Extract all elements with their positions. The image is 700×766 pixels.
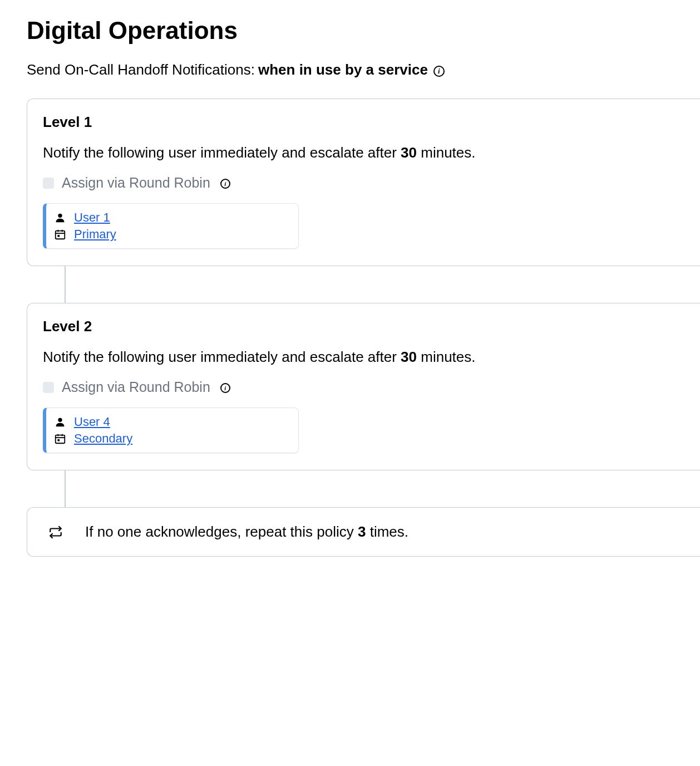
user-link[interactable]: User 4 xyxy=(74,415,110,429)
schedule-link[interactable]: Primary xyxy=(74,227,116,242)
repeat-policy-card: If no one acknowledges, repeat this poli… xyxy=(27,507,700,557)
calendar-icon xyxy=(54,228,66,240)
level-desc-minutes: 30 xyxy=(401,144,417,161)
round-robin-checkbox[interactable] xyxy=(43,382,54,393)
responder-user-row: User 4 xyxy=(54,414,288,430)
calendar-icon xyxy=(54,433,66,445)
repeat-prefix: If no one acknowledges, repeat this poli… xyxy=(85,523,354,540)
schedule-link[interactable]: Secondary xyxy=(74,431,132,446)
info-icon[interactable]: i xyxy=(220,179,230,189)
svg-rect-1 xyxy=(56,231,65,239)
repeat-count: 3 xyxy=(358,523,366,540)
responder-card: User 1 Primary xyxy=(43,203,299,249)
escalation-level-card: Level 2 Notify the following user immedi… xyxy=(27,303,700,470)
user-link[interactable]: User 1 xyxy=(74,210,110,225)
level-description: Notify the following user immediately an… xyxy=(43,144,684,161)
responder-schedule-row: Primary xyxy=(54,226,288,243)
svg-rect-5 xyxy=(57,235,60,237)
handoff-label: Send On-Call Handoff Notifications: xyxy=(27,61,255,78)
escalation-level-card: Level 1 Notify the following user immedi… xyxy=(27,99,700,266)
repeat-suffix: times. xyxy=(370,523,408,540)
level-desc-minutes: 30 xyxy=(401,348,417,365)
round-robin-checkbox[interactable] xyxy=(43,178,54,189)
responder-user-row: User 1 xyxy=(54,209,288,226)
handoff-notification-row: Send On-Call Handoff Notifications: when… xyxy=(27,61,700,78)
round-robin-row: Assign via Round Robin i xyxy=(43,379,684,395)
level-title: Level 2 xyxy=(43,318,684,335)
responder-schedule-row: Secondary xyxy=(54,430,288,447)
svg-point-0 xyxy=(58,214,62,218)
info-icon[interactable]: i xyxy=(220,383,230,393)
repeat-text: If no one acknowledges, repeat this poli… xyxy=(85,523,408,541)
level-connector xyxy=(65,470,66,507)
level-desc-suffix: minutes. xyxy=(421,144,475,161)
round-robin-row: Assign via Round Robin i xyxy=(43,175,684,191)
round-robin-label: Assign via Round Robin xyxy=(62,175,210,191)
level-desc-suffix: minutes. xyxy=(421,348,475,365)
info-icon[interactable]: i xyxy=(433,66,445,77)
page-title: Digital Operations xyxy=(27,17,700,45)
svg-point-6 xyxy=(58,418,62,422)
handoff-value: when in use by a service xyxy=(258,61,428,78)
svg-rect-7 xyxy=(56,435,65,444)
level-title: Level 1 xyxy=(43,114,684,131)
repeat-icon xyxy=(48,525,63,539)
level-desc-prefix: Notify the following user immediately an… xyxy=(43,348,397,365)
user-icon xyxy=(54,212,66,224)
svg-rect-11 xyxy=(57,439,60,441)
level-desc-prefix: Notify the following user immediately an… xyxy=(43,144,397,161)
responder-card: User 4 Secondary xyxy=(43,407,299,453)
level-connector xyxy=(65,266,66,303)
round-robin-label: Assign via Round Robin xyxy=(62,379,210,395)
user-icon xyxy=(54,416,66,428)
level-description: Notify the following user immediately an… xyxy=(43,348,684,366)
